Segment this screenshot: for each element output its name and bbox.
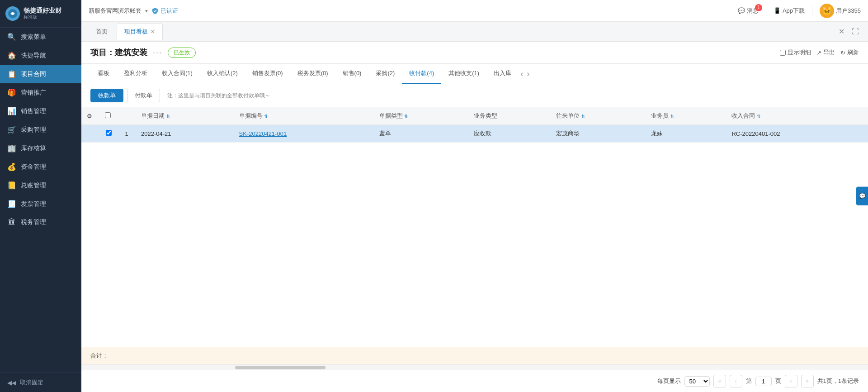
next-page-button[interactable]: › bbox=[785, 375, 797, 387]
receipt-tab-button[interactable]: 收款单 bbox=[90, 89, 123, 102]
sidebar-item-tax[interactable]: 🏛 税务管理 bbox=[0, 213, 81, 231]
user-menu[interactable]: 🐱 用户3355 bbox=[820, 4, 861, 18]
payment-tab-button[interactable]: 付款单 bbox=[127, 89, 160, 102]
row-checkbox[interactable] bbox=[106, 130, 112, 136]
search-icon: 🔍 bbox=[7, 33, 16, 41]
col-code[interactable]: 单据编号 ⇅ bbox=[234, 107, 374, 125]
table-row: 1 2022-04-21 SK-20220421-001 蓝单 应收款 宏茂商场… bbox=[81, 125, 868, 143]
page-prefix: 第 bbox=[746, 377, 752, 385]
account-dropdown-icon[interactable]: ▾ bbox=[145, 8, 148, 14]
col-income-contract[interactable]: 收入合同 ⇅ bbox=[726, 107, 868, 125]
tab-close-icon[interactable]: ✕ bbox=[151, 29, 155, 35]
sidebar-item-inventory[interactable]: 🏢 库存核算 bbox=[0, 139, 81, 158]
refresh-icon: ↻ bbox=[840, 49, 845, 56]
subnav-inout[interactable]: 出入库 bbox=[486, 64, 519, 84]
page-number-input[interactable] bbox=[755, 377, 772, 386]
last-page-button[interactable]: » bbox=[801, 375, 814, 387]
doc-code-link[interactable]: SK-20220421-001 bbox=[239, 130, 287, 137]
table-section: 收款单 付款单 注：这里是与项目关联的全部收付款单哦～ ⚙ bbox=[81, 84, 868, 392]
topbar-divider bbox=[766, 6, 766, 15]
col-doc-type[interactable]: 单据类型 ⇅ bbox=[374, 107, 469, 125]
cell-income-contract: RC-20220401-002 bbox=[726, 125, 868, 143]
close-window-button[interactable]: ✕ bbox=[837, 25, 846, 38]
gift-icon: 🎁 bbox=[7, 88, 16, 97]
sort-icon-doc-type: ⇅ bbox=[404, 114, 408, 119]
show-detail-input[interactable] bbox=[780, 50, 786, 56]
per-page-select[interactable]: 50 100 200 bbox=[684, 376, 710, 387]
sort-icon-date: ⇅ bbox=[166, 114, 170, 119]
sidebar-item-ledger[interactable]: 📒 总账管理 bbox=[0, 176, 81, 195]
sidebar-item-sales[interactable]: 📊 销售管理 bbox=[0, 102, 81, 120]
sidebar-item-label: 税务管理 bbox=[21, 218, 46, 226]
col-settings[interactable]: ⚙ bbox=[81, 107, 99, 125]
topbar-divider-2 bbox=[812, 6, 812, 15]
footer-total-label: 合计： bbox=[90, 352, 108, 360]
sidebar: 畅捷通好业财 标准版 🔍 搜索菜单 🏠 快捷导航 📋 项目合同 🎁 营销推广 📊… bbox=[0, 0, 81, 392]
subnav-receipt[interactable]: 收付款(4) bbox=[402, 64, 441, 84]
sort-icon-salesperson: ⇅ bbox=[670, 114, 674, 119]
app-download-button[interactable]: 📱 App下载 bbox=[774, 7, 805, 15]
col-code-label: 单据编号 bbox=[239, 112, 263, 119]
purchase-icon: 🛒 bbox=[7, 125, 16, 134]
status-badge: 已生效 bbox=[168, 48, 196, 58]
tab-home[interactable]: 首页 bbox=[89, 24, 115, 39]
refresh-button[interactable]: ↻ 刷新 bbox=[840, 48, 859, 57]
sidebar-item-finance[interactable]: 💰 资金管理 bbox=[0, 158, 81, 176]
col-partner[interactable]: 往来单位 ⇅ bbox=[551, 107, 646, 125]
window-controls: ✕ ⛶ bbox=[837, 25, 861, 38]
first-page-button[interactable]: « bbox=[713, 375, 726, 387]
sidebar-item-project[interactable]: 📋 项目合同 bbox=[0, 65, 81, 83]
settings-icon[interactable]: ⚙ bbox=[87, 113, 92, 120]
sidebar-item-search[interactable]: 🔍 搜索菜单 bbox=[0, 28, 81, 46]
sort-icon-income-contract: ⇅ bbox=[757, 114, 760, 119]
select-all-checkbox[interactable] bbox=[105, 112, 111, 118]
show-detail-checkbox[interactable]: 显示明细 bbox=[780, 48, 811, 57]
sidebar-item-invoice[interactable]: 🧾 发票管理 bbox=[0, 195, 81, 213]
show-detail-label: 显示明细 bbox=[788, 48, 811, 57]
feedback-button[interactable]: 💬 bbox=[856, 187, 868, 206]
subtab-row: 收款单 付款单 注：这里是与项目关联的全部收付款单哦～ bbox=[81, 84, 868, 107]
export-button[interactable]: ↗ 导出 bbox=[816, 48, 835, 57]
col-biz-type-label: 业务类型 bbox=[474, 112, 497, 119]
subnav-tax-invoice[interactable]: 税务发票(0) bbox=[290, 64, 335, 84]
subnav-sales-invoice[interactable]: 销售发票(0) bbox=[245, 64, 290, 84]
invoice-icon: 🧾 bbox=[7, 200, 16, 208]
more-options-button[interactable]: ··· bbox=[153, 48, 162, 57]
subnav-other-expense[interactable]: 其他收支(1) bbox=[441, 64, 486, 84]
subnav-income-contract[interactable]: 收入合同(1) bbox=[155, 64, 200, 84]
col-salesperson[interactable]: 业务员 ⇅ bbox=[646, 107, 726, 125]
subnav-purchase[interactable]: 采购(2) bbox=[368, 64, 402, 84]
cell-num: 1 bbox=[118, 125, 136, 143]
message-badge: 1 bbox=[755, 4, 762, 11]
unpin-button[interactable]: ◀◀ 取消固定 bbox=[0, 373, 81, 392]
sidebar-title-block: 畅捷通好业财 标准版 bbox=[24, 7, 61, 21]
col-date[interactable]: 单据日期 ⇅ bbox=[136, 107, 234, 125]
subnav-income-confirm[interactable]: 收入确认(2) bbox=[200, 64, 245, 84]
message-button[interactable]: 💬 消息 1 bbox=[738, 7, 759, 15]
project-name: 建筑安装 bbox=[115, 48, 147, 57]
sidebar-header: 畅捷通好业财 标准版 bbox=[0, 0, 81, 28]
subnav-profit[interactable]: 盈利分析 bbox=[117, 64, 155, 84]
sidebar-item-marketing[interactable]: 🎁 营销推广 bbox=[0, 83, 81, 102]
sub-nav-next-arrow[interactable]: › bbox=[525, 66, 531, 82]
cell-checkbox bbox=[99, 125, 118, 143]
certified-badge: 已认证 bbox=[151, 7, 178, 15]
subnav-sales[interactable]: 销售(0) bbox=[335, 64, 369, 84]
certified-label: 已认证 bbox=[160, 7, 178, 15]
horizontal-scrollbar[interactable] bbox=[81, 364, 868, 370]
page-header-actions: 显示明细 ↗ 导出 ↻ 刷新 bbox=[780, 48, 859, 57]
sub-nav-prev-arrow[interactable]: ‹ bbox=[519, 66, 525, 82]
expand-window-button[interactable]: ⛶ bbox=[850, 26, 861, 38]
prev-page-button[interactable]: ‹ bbox=[730, 375, 742, 387]
subnav-board[interactable]: 看板 bbox=[90, 64, 117, 84]
table-footer: 合计： bbox=[81, 347, 868, 364]
tab-project-board[interactable]: 项目看板 ✕ bbox=[117, 24, 163, 40]
cell-date: 2022-04-21 bbox=[136, 125, 234, 143]
sidebar-item-quicknav[interactable]: 🏠 快捷导航 bbox=[0, 46, 81, 65]
finance-icon: 💰 bbox=[7, 163, 16, 171]
sidebar-nav: 🔍 搜索菜单 🏠 快捷导航 📋 项目合同 🎁 营销推广 📊 销售管理 🛒 采购管… bbox=[0, 28, 81, 373]
sidebar-item-purchase[interactable]: 🛒 采购管理 bbox=[0, 120, 81, 139]
per-page-label: 每页显示 bbox=[657, 377, 681, 385]
user-avatar: 🐱 bbox=[820, 4, 834, 18]
tab-project-label: 项目看板 bbox=[124, 28, 148, 36]
